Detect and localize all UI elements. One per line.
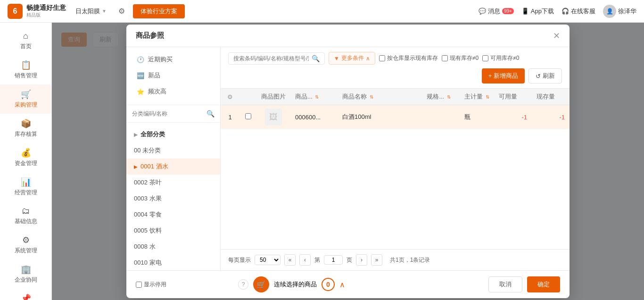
category-tree: ▶ 全部分类 00 未分类 ▶ 0001 酒水 0002 茶 — [126, 123, 220, 270]
cat-0010-label: 0010 家电 — [134, 258, 162, 267]
left-panel: 🕐 近期购买 🆕 新品 ⭐ 频次高 — [126, 47, 221, 270]
sales-icon: 📋 — [21, 60, 31, 70]
show-disabled-input[interactable] — [136, 282, 142, 288]
brand-sub: 精品版 — [26, 12, 66, 18]
product-table: ⚙ 商品图片 商品... ⇅ 商品名称 — [221, 89, 570, 129]
product-search-icon[interactable]: 🔍 — [312, 55, 320, 62]
refresh-label: 刷新 — [543, 72, 555, 80]
cat-0002[interactable]: 0002 茶叶 — [126, 175, 220, 191]
per-page-select[interactable]: 50 100 200 — [255, 255, 281, 265]
cat-0005[interactable]: 0005 饮料 — [126, 223, 220, 239]
sidebar-item-purchase[interactable]: 🛒 采购管理 — [0, 84, 51, 114]
col-name-header[interactable]: 商品名称 ⇅ — [338, 89, 422, 105]
checkbox-stock-nonzero[interactable]: 现有库存≠0 — [442, 54, 479, 62]
category-search-input[interactable] — [132, 110, 204, 117]
col-code-header[interactable]: 商品... ⇅ — [290, 89, 338, 105]
sidebar-label-home: 首页 — [20, 42, 32, 50]
col-unit-header[interactable]: 主计量 ⇅ — [460, 89, 494, 105]
message-btn[interactable]: 💬 消息 99+ — [479, 7, 514, 16]
tab-recent-purchase[interactable]: 🕐 近期购买 — [132, 52, 215, 67]
toolbar-right: + 新增商品 ↺ 刷新 — [482, 68, 562, 83]
checkbox-avail-nonzero-input[interactable] — [482, 55, 488, 61]
message-label: 消息 — [488, 7, 500, 16]
page-number-input[interactable] — [324, 255, 343, 265]
cat-0003[interactable]: 0003 水果 — [126, 191, 220, 207]
page-suffix: 页 — [347, 256, 352, 264]
checkbox-stock-nonzero-input[interactable] — [442, 55, 448, 61]
tab-new-product[interactable]: 🆕 新品 — [132, 68, 215, 83]
sidebar-item-sales[interactable]: 📋 销售管理 — [0, 55, 51, 84]
more-filter-button[interactable]: ▼ 更多条件 ∧ — [329, 52, 375, 65]
product-search-input[interactable] — [233, 55, 309, 62]
cat-0008[interactable]: 0008 水 — [126, 239, 220, 255]
next-page-button[interactable]: › — [356, 254, 367, 266]
category-search-icon[interactable]: 🔍 — [206, 110, 215, 117]
tab-frequent[interactable]: ⭐ 频次高 — [132, 84, 215, 99]
cat-0001[interactable]: ▶ 0001 酒水 — [126, 158, 220, 175]
sidebar-item-inventory[interactable]: 📦 库存核算 — [0, 114, 51, 143]
refresh-button[interactable]: ↺ 刷新 — [528, 68, 562, 83]
product-thumbnail: 🖼 — [265, 108, 282, 125]
inventory-icon: 📦 — [21, 118, 31, 129]
cell-img: 🖼 — [256, 105, 290, 129]
system-icon: ⚙ — [22, 235, 30, 245]
cat-0004[interactable]: 0004 零食 — [126, 207, 220, 223]
sidebar-item-basic[interactable]: 🗂 基础信息 — [0, 201, 51, 230]
recent-label: 近期购买 — [148, 55, 173, 64]
checkbox-avail-nonzero-label: 可用库存≠0 — [490, 54, 519, 62]
cell-no: 1 — [221, 105, 239, 129]
cat-0010[interactable]: 0010 家电 — [126, 255, 220, 270]
new-icon: 🆕 — [137, 72, 144, 79]
cart-icon[interactable]: 🛒 — [253, 276, 269, 292]
sidebar-item-guide[interactable]: 📌 新手引导 — [0, 289, 51, 300]
search-toolbar: 🔍 ▼ 更多条件 ∧ 按仓库显示现有库存 — [221, 47, 570, 89]
enterprise-icon: 🏢 — [21, 264, 31, 275]
cell-code: 000600... — [290, 105, 338, 129]
checkbox-warehouse-input[interactable] — [379, 55, 385, 61]
show-disabled-checkbox[interactable]: 显示停用 — [136, 281, 166, 289]
store-selector[interactable]: 日太阳膜 ▼ — [75, 7, 107, 16]
settings-icon[interactable]: ⚙ — [114, 4, 129, 19]
col-avail-header: 可用量 — [494, 89, 532, 105]
basic-icon: 🗂 — [22, 206, 30, 216]
app-label: App下载 — [531, 7, 554, 16]
sidebar-item-system[interactable]: ⚙ 系统管理 — [0, 230, 51, 259]
user-area[interactable]: 👤 徐泽华 — [603, 5, 636, 18]
cancel-button[interactable]: 取消 — [488, 276, 522, 292]
collapse-cart-icon[interactable]: ∧ — [339, 280, 345, 289]
confirm-button[interactable]: 确定 — [527, 276, 560, 292]
sidebar-item-finance[interactable]: 💰 资金管理 — [0, 143, 51, 172]
first-page-button[interactable]: « — [284, 254, 296, 266]
footer-left: 显示停用 — [136, 281, 166, 289]
modal-dialog: 商品参照 ✕ 🕐 近期购买 🆕 — [126, 25, 570, 298]
add-product-button[interactable]: + 新增商品 — [482, 68, 525, 83]
cat-all[interactable]: ▶ 全部分类 — [126, 126, 220, 142]
checkbox-warehouse[interactable]: 按仓库显示现有库存 — [379, 54, 438, 62]
operation-icon: 📊 — [21, 177, 31, 187]
pagination: 每页显示 50 100 200 « ‹ 第 页 › — [221, 249, 570, 270]
last-page-button[interactable]: » — [371, 254, 382, 266]
checkbox-avail-nonzero[interactable]: 可用库存≠0 — [482, 54, 519, 62]
service-btn[interactable]: 🎧 在线客服 — [561, 7, 595, 16]
app-download-btn[interactable]: 📱 App下载 — [521, 7, 554, 16]
cart-count: 0 — [322, 278, 335, 291]
sidebar-item-operation[interactable]: 📊 经营管理 — [0, 172, 51, 201]
sidebar-label-operation: 经营管理 — [15, 189, 37, 197]
cat-00-label: 00 未分类 — [134, 146, 161, 155]
sidebar-item-home[interactable]: ⌂ 首页 — [0, 26, 51, 55]
row-checkbox[interactable] — [245, 113, 251, 119]
col-spec-header[interactable]: 规格... ⇅ — [422, 89, 460, 105]
cell-check[interactable] — [239, 105, 256, 129]
col-settings[interactable]: ⚙ — [221, 89, 239, 105]
sidebar-label-basic: 基础信息 — [15, 217, 37, 225]
modal-close-button[interactable]: ✕ — [553, 32, 560, 40]
prev-page-button[interactable]: ‹ — [299, 254, 311, 266]
brand-text: 畅捷通好生意 精品版 — [26, 4, 66, 18]
table-row[interactable]: 1 🖼 000600... 白酒100ml — [221, 105, 570, 129]
guide-icon: 📌 — [21, 293, 31, 300]
cat-00[interactable]: 00 未分类 — [126, 142, 220, 158]
help-icon[interactable]: ? — [238, 279, 248, 290]
trial-button[interactable]: 体验行业方案 — [133, 4, 185, 18]
main-layout: ⌂ 首页 📋 销售管理 🛒 采购管理 📦 库存核算 💰 资金管理 📊 经营管理 … — [0, 23, 644, 300]
sidebar-item-enterprise[interactable]: 🏢 企业协同 — [0, 259, 51, 289]
